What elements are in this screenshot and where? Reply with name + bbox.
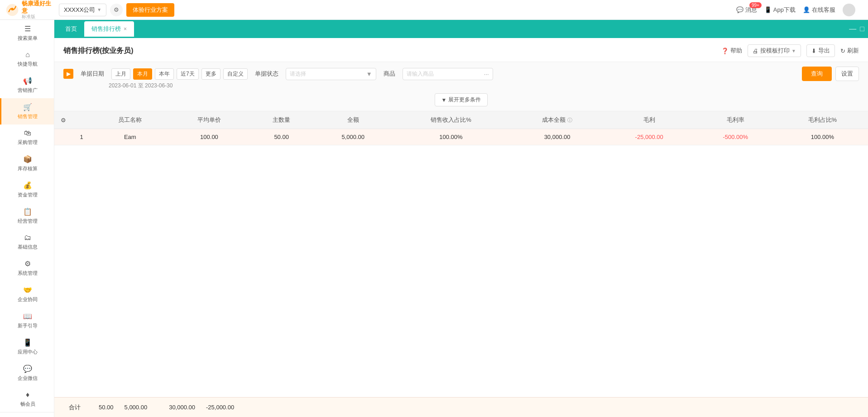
footer-profit-rate (240, 406, 250, 409)
date-btn-current-month[interactable]: 本月 (133, 68, 152, 80)
tab-sales-ranking-label: 销售排行榜 (91, 25, 121, 33)
sidebar-item-label: 基础信息 (18, 244, 38, 250)
message-button[interactable]: 💬 消息 99+ (736, 6, 757, 14)
topbar-settings-button[interactable]: ⚙ (110, 4, 123, 16)
app-download-button[interactable]: 📱 App下载 (764, 6, 796, 14)
sidebar-item-member[interactable]: ♦ 畅会员 (0, 386, 54, 412)
date-range-text: 2023-06-01 至 2023-06-30 (109, 82, 173, 89)
sidebar-item-label: 系统管理 (18, 270, 38, 277)
footer-total-label: 合计 (60, 403, 82, 412)
sidebar-bottom: ⚙ ◀ (0, 412, 54, 417)
cell-main-qty: 50.00 (249, 129, 314, 145)
cell-rank: 1 (72, 129, 91, 145)
print-dropdown-icon: ▼ (791, 48, 796, 53)
sales-icon: 🛒 (23, 103, 32, 111)
footer-profit-pct (250, 406, 261, 409)
settings-button[interactable]: 设置 (835, 67, 859, 81)
sidebar-item-base[interactable]: 🗂 基础信息 (0, 229, 54, 255)
sidebar-item-label: 企业协同 (18, 296, 38, 303)
sidebar-item-sales[interactable]: 🛒 销售管理 (0, 98, 54, 125)
logo-title: 畅康通好生意 (22, 0, 55, 14)
goods-filter-label: 商品 (384, 70, 395, 78)
sidebar-item-label: 新手引导 (18, 322, 38, 329)
cell-sales-pct: 100.00% (392, 129, 510, 145)
cell-name: Eam (91, 129, 170, 145)
footer-amount: 5,000.00 (119, 402, 153, 412)
tab-minimize-button[interactable]: — (849, 25, 856, 33)
sidebar-item-label: 企业微信 (18, 375, 38, 382)
sidebar-item-search[interactable]: ☰ 搜索菜单 (0, 20, 54, 46)
gear-icon: ⚙ (114, 6, 119, 13)
cost-hint-icon: ⓘ (567, 117, 572, 123)
svg-point-1 (11, 8, 14, 10)
filter-area: ▶ 单据日期 上月 本月 本年 近7天 更多 自定义 单据状态 (54, 62, 868, 111)
sidebar-item-operation[interactable]: 📋 经营管理 (0, 203, 54, 229)
sidebar-item-enterprise[interactable]: 🤝 企业协同 (0, 281, 54, 307)
status-dropdown-icon: ▼ (366, 71, 372, 77)
date-btn-7days[interactable]: 近7天 (177, 68, 199, 80)
print-button[interactable]: 🖨 按模板打印 ▼ (748, 44, 801, 57)
sidebar-item-wechat[interactable]: 💬 企业微信 (0, 360, 54, 386)
company-selector[interactable]: XXXXX公司 ▼ (59, 4, 106, 16)
system-icon: ⚙ (24, 259, 31, 268)
sidebar-item-apps[interactable]: 📱 应用中心 (0, 334, 54, 360)
col-amount: 全额 (314, 111, 392, 129)
footer-sales-pct (153, 406, 163, 409)
member-icon: ♦ (26, 391, 29, 399)
online-service-button[interactable]: 👤 在线客服 (803, 6, 835, 14)
sidebar-item-marketing[interactable]: 📢 营销推广 (0, 72, 54, 98)
app-icon: 📱 (764, 6, 772, 13)
table-settings-icon[interactable]: ⚙ (61, 117, 66, 124)
col-profit-pct: 毛利占比% (777, 111, 868, 129)
footer-main-qty: 50.00 (93, 402, 119, 412)
top-bar-left: 畅康通好生意 标准版 XXXXX公司 ▼ ⚙ 体验行业方案 (5, 0, 174, 19)
tab-close-icon[interactable]: × (124, 26, 127, 32)
help-button[interactable]: ❓ 帮助 (721, 47, 742, 55)
expand-filters-button[interactable]: ▼ 展开更多条件 (435, 93, 488, 106)
logo-area: 畅康通好生意 标准版 (5, 0, 55, 19)
filter-toggle-button[interactable]: ▶ (63, 69, 73, 79)
main-layout: ☰ 搜索菜单 ⌂ 快捷导航 📢 营销推广 🛒 销售管理 🛍 采购管理 📦 库 (0, 20, 868, 417)
cell-amount: 5,000.00 (314, 129, 392, 145)
tab-home[interactable]: 首页 (58, 21, 84, 37)
trial-button[interactable]: 体验行业方案 (126, 3, 174, 17)
col-sales-pct: 销售收入占比% (392, 111, 510, 129)
export-button[interactable]: ⬇ 导出 (806, 44, 835, 57)
date-btn-custom[interactable]: 自定义 (223, 68, 248, 80)
operation-icon: 📋 (23, 207, 32, 216)
sidebar-item-system[interactable]: ⚙ 系统管理 (0, 255, 54, 281)
footer-cost: 30,000.00 (163, 402, 201, 412)
col-rank (72, 111, 91, 129)
top-bar-right: 💬 消息 99+ 📱 App下载 👤 在线客服 (736, 4, 863, 16)
sidebar-item-quick-nav[interactable]: ⌂ 快捷导航 (0, 46, 54, 72)
tab-maximize-button[interactable]: □ (860, 25, 864, 33)
date-btn-prev-month[interactable]: 上月 (111, 68, 130, 80)
sidebar-item-guide[interactable]: 📖 新手引导 (0, 307, 54, 334)
home-icon: ⌂ (25, 51, 30, 59)
guide-icon: 📖 (23, 312, 32, 321)
print-icon: 🖨 (753, 48, 758, 54)
cell-settings (54, 129, 72, 145)
finance-icon: 💰 (23, 181, 32, 190)
query-button[interactable]: 查询 (802, 67, 832, 81)
sidebar: ☰ 搜索菜单 ⌂ 快捷导航 📢 营销推广 🛒 销售管理 🛍 采购管理 📦 库 (0, 20, 54, 417)
filter-row-1: ▶ 单据日期 上月 本月 本年 近7天 更多 自定义 单据状态 (63, 67, 859, 81)
date-btn-more[interactable]: 更多 (201, 68, 221, 80)
sidebar-item-finance[interactable]: 💰 资金管理 (0, 177, 54, 203)
sidebar-item-purchase[interactable]: 🛍 采购管理 (0, 125, 54, 150)
tab-home-label: 首页 (65, 25, 77, 33)
apps-icon: 📱 (23, 338, 32, 347)
col-settings: ⚙ (54, 111, 72, 129)
refresh-button[interactable]: ↻ 刷新 (840, 47, 859, 55)
search-menu-icon: ☰ (24, 24, 31, 33)
date-filter-label: 单据日期 (81, 70, 104, 78)
tab-sales-ranking[interactable]: 销售排行榜 × (84, 21, 134, 37)
page-header: 销售排行榜(按业务员) ❓ 帮助 🖨 按模板打印 ▼ ⬇ (54, 38, 868, 62)
status-select[interactable]: 请选择 ▼ (286, 68, 376, 80)
date-btn-current-year[interactable]: 本年 (155, 68, 174, 80)
table-header-row: ⚙ 员工名称 平均单价 主数量 全额 销售收入占比% 成本全额 ⓘ 毛利 毛 (54, 111, 868, 129)
goods-input[interactable]: 请输入商品 ··· (403, 68, 493, 80)
col-profit-rate: 毛利率 (694, 111, 777, 129)
avatar[interactable] (843, 4, 855, 16)
sidebar-item-inventory[interactable]: 📦 库存核算 (0, 150, 54, 177)
